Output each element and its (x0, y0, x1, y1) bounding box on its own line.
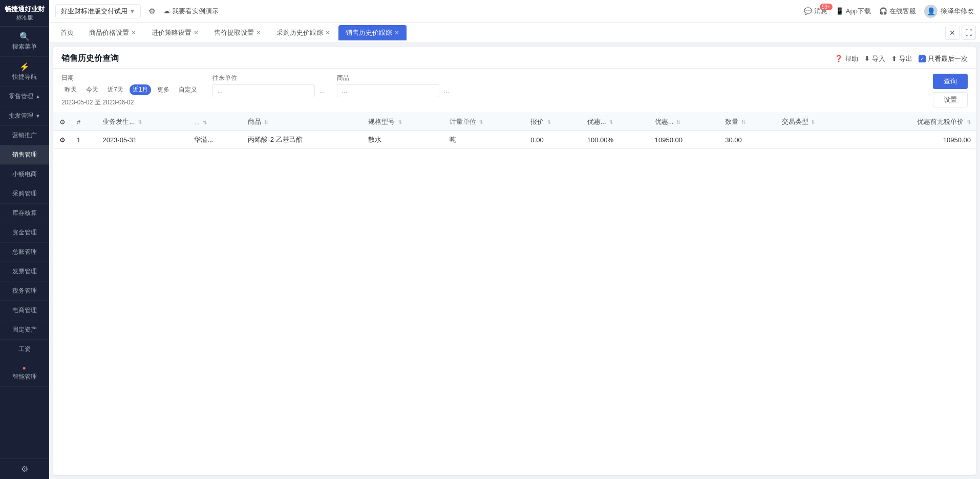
sidebar-item-sales[interactable]: 销售管理 (0, 145, 49, 165)
date-filter-group: 日期 昨天 今天 近7天 近1月 更多 自定义 2023-05-02 至 202… (61, 74, 200, 107)
version-settings-btn[interactable]: ⚙ (145, 4, 159, 18)
col-date[interactable]: 业务发生... ⇅ (97, 113, 189, 131)
more-sort-icon: ⇅ (203, 120, 207, 125)
sidebar-item-marketing[interactable]: 营销推广 (0, 126, 49, 145)
demo-link-btn[interactable]: ☁ 我要看实例演示 (163, 7, 219, 16)
user-info[interactable]: 👤 徐泽华修改 (924, 5, 974, 18)
sidebar-label-purchase: 采购管理 (12, 189, 37, 198)
col-trade-type[interactable]: 交易类型 ⇅ (777, 113, 858, 131)
col-more[interactable]: ... ⇅ (189, 113, 243, 131)
window-close-btn[interactable]: ✕ (945, 26, 960, 40)
tab-price-strategy-close[interactable]: ✕ (194, 30, 199, 36)
sidebar-item-ecommerce-small[interactable]: 小畅电商 (0, 165, 49, 184)
version-chevron-icon: ▼ (130, 8, 135, 14)
product-more-btn[interactable]: ... (443, 87, 449, 95)
sidebar-item-ecommerce[interactable]: 电商管理 (0, 301, 49, 320)
source-more-btn[interactable]: ... (319, 87, 325, 95)
col-price[interactable]: 报价 ⇅ (525, 113, 582, 131)
col-qty[interactable]: 数量 ⇅ (720, 113, 776, 131)
top-bar-left: 好业财标准版交付试用 ▼ ⚙ ☁ 我要看实例演示 (55, 4, 798, 18)
sidebar-item-search[interactable]: 🔍 搜索菜单 (0, 27, 49, 57)
col-seq: # (72, 113, 97, 131)
settings-btn[interactable]: 设置 (933, 92, 968, 107)
sidebar-item-invoice[interactable]: 发票管理 (0, 262, 49, 281)
sidebar-item-inventory[interactable]: 库存核算 (0, 204, 49, 223)
sidebar-item-ledger[interactable]: 总账管理 (0, 243, 49, 262)
col-spec[interactable]: 规格型号 ⇅ (363, 113, 444, 131)
table-container: ⚙ # 业务发生... ⇅ ... ⇅ 商品 ⇅ (53, 113, 976, 475)
price-sort-icon: ⇅ (547, 119, 551, 125)
col-pretax-price[interactable]: 优惠前无税单价 ⇅ (858, 113, 976, 131)
unit-sort-icon: ⇅ (479, 119, 483, 125)
discount-amt-sort-icon: ⇅ (676, 119, 680, 125)
sidebar-item-smart[interactable]: ● 智能管理 (0, 359, 49, 387)
sidebar-item-finance[interactable]: 资金管理 (0, 223, 49, 243)
sidebar-label-search: 搜索菜单 (12, 42, 37, 51)
tab-sales-history[interactable]: 销售历史价跟踪 ✕ (338, 25, 407, 40)
tab-product-price-label: 商品价格设置 (89, 28, 129, 37)
col-discount-amt[interactable]: 优惠... ⇅ (650, 113, 720, 131)
table-header-row: ⚙ # 业务发生... ⇅ ... ⇅ 商品 ⇅ (53, 113, 976, 131)
source-input[interactable] (212, 84, 315, 97)
tab-bar-controls: ✕ ⛶ (945, 26, 976, 40)
date-btn-yesterday[interactable]: 昨天 (61, 84, 80, 95)
import-icon: ⬇ (864, 55, 870, 62)
tab-sale-price-close[interactable]: ✕ (256, 30, 261, 36)
row-gear[interactable]: ⚙ (53, 131, 72, 149)
tab-home[interactable]: 首页 (53, 25, 81, 40)
sidebar-item-purchase[interactable]: 采购管理 (0, 184, 49, 204)
only-last-checkbox-icon: ✓ (919, 55, 926, 62)
col-discount-pct[interactable]: 优惠... ⇅ (582, 113, 650, 131)
tab-sales-history-close[interactable]: ✕ (394, 30, 399, 36)
col-product[interactable]: 商品 ⇅ (243, 113, 363, 131)
online-service-btn[interactable]: 🎧 在线客服 (879, 7, 916, 16)
tab-home-label: 首页 (60, 28, 74, 37)
wholesale-expand-icon: ▼ (35, 113, 40, 119)
spec-sort-icon: ⇅ (398, 119, 402, 125)
export-icon: ⬆ (891, 55, 897, 62)
message-btn[interactable]: 💬 消息 99+ (804, 7, 827, 16)
sidebar-settings-btn[interactable]: ⚙ (0, 459, 49, 479)
date-btn-7days[interactable]: 近7天 (104, 84, 126, 95)
col-unit[interactable]: 计量单位 ⇅ (444, 113, 526, 131)
app-download-btn[interactable]: 📱 App下载 (836, 7, 871, 16)
sidebar-label-ecommerce: 电商管理 (12, 306, 37, 315)
tab-product-price[interactable]: 商品价格设置 ✕ (82, 25, 143, 40)
sidebar-item-wholesale[interactable]: 批发管理 ▼ (0, 106, 49, 126)
version-selector[interactable]: 好业财标准版交付试用 ▼ (55, 4, 141, 18)
date-btn-today[interactable]: 今天 (83, 84, 101, 95)
date-btn-1month[interactable]: 近1月 (130, 84, 152, 95)
window-maximize-btn[interactable]: ⛶ (962, 26, 976, 40)
export-btn[interactable]: ⬆ 导出 (891, 54, 912, 63)
product-input[interactable] (337, 84, 439, 97)
tab-price-strategy[interactable]: 进价策略设置 ✕ (144, 25, 206, 40)
tab-purchase-history-close[interactable]: ✕ (325, 30, 330, 36)
user-name: 徐泽华修改 (941, 7, 974, 16)
tab-sale-price[interactable]: 售价提取设置 ✕ (207, 25, 268, 40)
page-header-actions: ❓ 帮助 ⬇ 导入 ⬆ 导出 ✓ 只看最后一次 (835, 54, 968, 63)
tab-purchase-history[interactable]: 采购历史价跟踪 ✕ (269, 25, 337, 40)
help-btn[interactable]: ❓ 帮助 (835, 54, 858, 63)
sidebar-item-retail[interactable]: 零售管理 ▲ (0, 87, 49, 106)
sidebar-label-ledger: 总账管理 (12, 248, 37, 256)
sidebar: 畅捷通好业财 标准版 🔍 搜索菜单 ⚡ 快捷导航 零售管理 ▲ 批发管理 ▼ 营… (0, 0, 49, 479)
sidebar-item-salary[interactable]: 工资 (0, 340, 49, 359)
sidebar-label-finance: 资金管理 (12, 228, 37, 237)
date-range-display: 2023-05-02 至 2023-06-02 (61, 98, 200, 107)
date-btn-custom[interactable]: 自定义 (176, 84, 200, 95)
sidebar-item-quick-nav[interactable]: ⚡ 快捷导航 (0, 57, 49, 87)
tab-product-price-close[interactable]: ✕ (131, 30, 136, 36)
sidebar-item-tax[interactable]: 税务管理 (0, 281, 49, 301)
row-qty: 30.00 (720, 131, 776, 149)
date-btn-more[interactable]: 更多 (154, 84, 173, 95)
row-product: 丙烯酸-2-乙基己酯 (243, 131, 363, 149)
sidebar-item-fixed-assets[interactable]: 固定资产 (0, 320, 49, 340)
quick-nav-icon: ⚡ (19, 62, 30, 72)
import-btn[interactable]: ⬇ 导入 (864, 54, 885, 63)
main-area: 好业财标准版交付试用 ▼ ⚙ ☁ 我要看实例演示 💬 消息 99+ 📱 App下… (49, 0, 980, 479)
only-last-checkbox[interactable]: ✓ 只看最后一次 (919, 54, 968, 63)
query-btn[interactable]: 查询 (933, 74, 968, 89)
sidebar-label-ecommerce-small: 小畅电商 (12, 170, 37, 179)
product-sort-icon: ⇅ (264, 119, 268, 125)
app-logo: 畅捷通好业财 标准版 (0, 0, 49, 27)
